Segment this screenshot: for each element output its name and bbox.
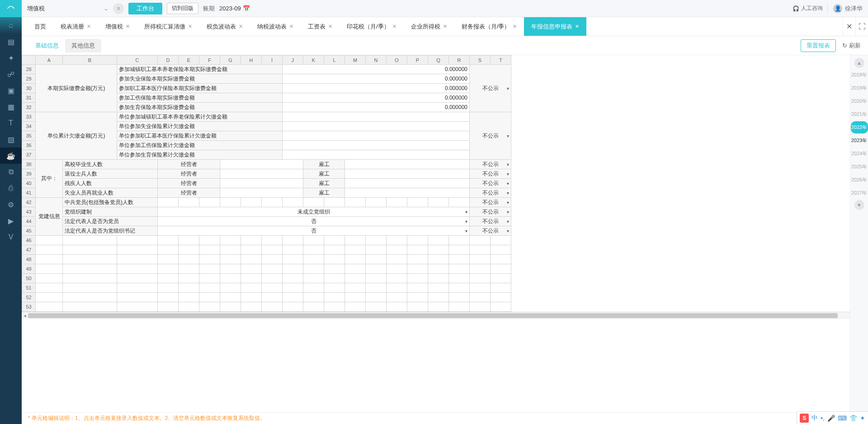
close-icon[interactable]: ✕: [513, 24, 517, 29]
consult-link[interactable]: 🎧 人工咨询: [793, 5, 823, 12]
user-name: 徐泽华: [845, 5, 863, 13]
reset-report-button[interactable]: 重置报表: [801, 39, 836, 52]
tab-item[interactable]: 印花税（月/季）✕: [340, 17, 404, 36]
h-scroll-thumb[interactable]: [28, 313, 838, 318]
refresh-button[interactable]: ↻ 刷新: [842, 42, 861, 50]
tab-item[interactable]: 年报信息申报表✕: [524, 17, 586, 36]
tab-item[interactable]: 首页: [27, 17, 53, 36]
close-icon[interactable]: ✕: [575, 24, 579, 29]
close-icon[interactable]: ✕: [188, 24, 192, 29]
company-name: 增值税: [27, 5, 45, 13]
close-icon[interactable]: ✕: [328, 24, 332, 29]
sub-tab-bar: 基础信息 其他信息 重置报表 ↻ 刷新: [22, 36, 868, 55]
year-item[interactable]: 2025年: [851, 161, 868, 173]
nav-home-icon[interactable]: ⌂: [0, 17, 22, 33]
scroll-left-icon[interactable]: ◄: [22, 314, 28, 318]
tabs-bar: 首页税表清册✕增值税✕所得税汇算清缴✕税负波动表✕纳税波动表✕工资表✕印花税（月…: [22, 17, 868, 36]
year-up-icon[interactable]: ▲: [854, 58, 864, 68]
period-picker[interactable]: 2023-09 📅: [219, 5, 250, 12]
tab-item[interactable]: 企业所得税✕: [404, 17, 454, 36]
ime-skin-icon[interactable]: 👕: [849, 414, 857, 422]
expand-tabs-button[interactable]: ⛶: [855, 17, 868, 36]
year-selector-rail: ▲ 2018年2019年2020年2021年2022年2023年2024年202…: [850, 55, 868, 412]
nav-v-icon[interactable]: V: [0, 229, 22, 245]
nav-doc-icon[interactable]: ▤: [0, 33, 22, 50]
left-sidebar: ⌂ ▤ ✦ ☍ ▣ ▦ T ▧ ☕ ⧉ ⎙ ⚙ ▶ V: [0, 0, 22, 424]
tab-item[interactable]: 工资表✕: [301, 17, 340, 36]
top-header: 增值税 ⌄ ≡ 工作台 切到旧版 账期 2023-09 📅 🎧 人工咨询 👤 徐…: [22, 0, 868, 17]
close-all-tabs-button[interactable]: ✕: [843, 17, 855, 36]
switch-old-button[interactable]: 切到旧版: [167, 3, 198, 14]
year-item[interactable]: 2020年: [851, 95, 868, 107]
ime-tool-icon[interactable]: ✦: [860, 414, 865, 422]
year-item[interactable]: 2027年: [851, 187, 868, 199]
headset-icon: 🎧: [793, 5, 799, 12]
refresh-icon: ↻: [842, 42, 847, 49]
app-logo-icon: [0, 0, 22, 17]
close-icon[interactable]: ✕: [239, 24, 243, 29]
sub-tab-basic-info[interactable]: 基础信息: [29, 39, 65, 52]
sub-tab-other-info[interactable]: 其他信息: [65, 39, 101, 52]
footer-bar: * 单元格编辑说明：1、点击单元格直接录入数值或文本。2、清空单元格数值或文本恢…: [22, 412, 868, 424]
company-selector[interactable]: 增值税 ⌄: [27, 5, 108, 13]
ime-lang-icon[interactable]: 中: [811, 414, 818, 422]
horizontal-scrollbar[interactable]: ◄ ►: [22, 312, 861, 319]
ime-toolbar: S 中 •, 🎤 ⌨ 👕 ✦: [797, 411, 868, 424]
nav-chart-icon[interactable]: ✦: [0, 50, 22, 66]
nav-text-icon[interactable]: T: [0, 115, 22, 131]
refresh-label: 刷新: [849, 42, 861, 50]
consult-label: 人工咨询: [801, 5, 823, 12]
close-icon[interactable]: ✕: [392, 24, 396, 29]
edit-hint: * 单元格编辑说明：1、点击单元格直接录入数值或文本。2、清空单元格数值或文本恢…: [28, 414, 265, 422]
period-label: 账期: [203, 5, 215, 13]
period-value: 2023-09: [219, 5, 241, 12]
calendar-icon: 📅: [243, 5, 250, 12]
close-icon[interactable]: ✕: [87, 24, 91, 29]
nav-video-icon[interactable]: ▶: [0, 213, 22, 229]
ime-punct-icon[interactable]: •,: [821, 414, 825, 422]
nav-print-icon[interactable]: ⎙: [0, 180, 22, 196]
workbench-button[interactable]: 工作台: [128, 3, 162, 14]
ime-keyboard-icon[interactable]: ⌨: [838, 414, 847, 422]
tab-item[interactable]: 税负波动表✕: [199, 17, 250, 36]
tab-item[interactable]: 所得税汇算清缴✕: [137, 17, 199, 36]
spreadsheet-grid[interactable]: ABCDEFGHIJKLMNOPQRST28本期实际缴费金额(万元)参加城镇职工…: [22, 55, 511, 312]
year-item[interactable]: 2024年: [851, 148, 868, 160]
year-item[interactable]: 2021年: [851, 108, 868, 120]
avatar-icon: 👤: [833, 4, 842, 13]
year-item[interactable]: 2023年: [851, 134, 868, 147]
user-menu[interactable]: 👤 徐泽华: [827, 4, 863, 13]
nav-bag-icon[interactable]: ☍: [0, 66, 22, 82]
tab-item[interactable]: 财务报表（月/季）✕: [454, 17, 524, 36]
tab-item[interactable]: 纳税波动表✕: [250, 17, 301, 36]
close-icon[interactable]: ✕: [126, 24, 130, 29]
year-down-icon[interactable]: ▼: [854, 200, 864, 210]
year-item[interactable]: 2026年: [851, 174, 868, 186]
chevron-down-icon: ⌄: [104, 5, 108, 12]
ime-mic-icon[interactable]: 🎤: [827, 414, 835, 422]
ime-logo-icon[interactable]: S: [800, 414, 809, 423]
year-item[interactable]: 2018年: [851, 69, 868, 81]
nav-copy-icon[interactable]: ⧉: [0, 164, 22, 180]
tab-item[interactable]: 增值税✕: [98, 17, 137, 36]
tab-item[interactable]: 税表清册✕: [53, 17, 98, 36]
header-list-icon[interactable]: ≡: [113, 3, 124, 14]
close-icon[interactable]: ✕: [289, 24, 293, 29]
nav-active-icon[interactable]: ☕: [0, 148, 22, 164]
nav-calc-icon[interactable]: ▦: [0, 99, 22, 115]
year-item[interactable]: 2019年: [851, 82, 868, 94]
nav-grid-icon[interactable]: ▧: [0, 131, 22, 148]
nav-clipboard-icon[interactable]: ▣: [0, 82, 22, 99]
nav-gear-icon[interactable]: ⚙: [0, 196, 22, 213]
year-item[interactable]: 2022年: [851, 121, 868, 133]
close-icon[interactable]: ✕: [443, 24, 447, 29]
